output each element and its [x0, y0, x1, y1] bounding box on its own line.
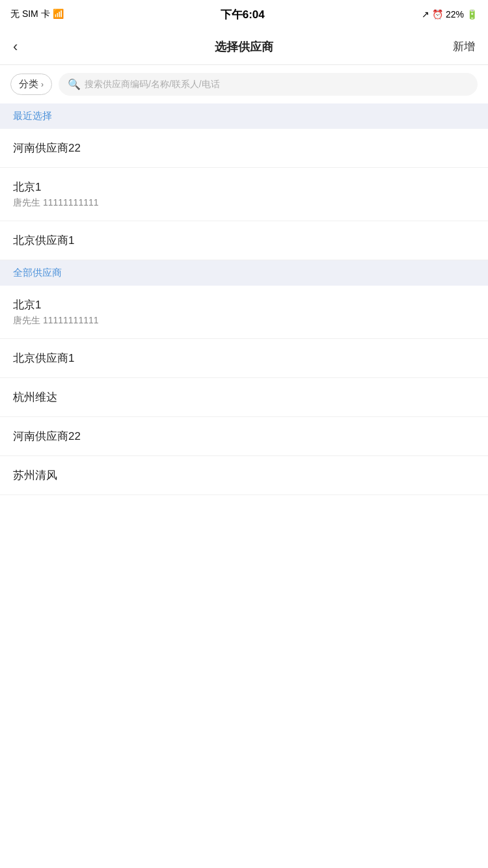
page-title: 选择供应商	[215, 39, 273, 55]
recent-section-label: 最近选择	[13, 110, 52, 121]
chevron-right-icon: ›	[41, 80, 44, 89]
list-item[interactable]: 河南供应商22	[0, 417, 488, 456]
item-name: 北京1	[13, 180, 475, 195]
alarm-icon: ⏰	[432, 9, 443, 20]
list-item[interactable]: 北京1 唐先生 11111111111	[0, 286, 488, 339]
status-bar: 无 SIM 卡 📶 下午6:04 ↗ ⏰ 22% 🔋	[0, 0, 488, 29]
list-item[interactable]: 苏州清风	[0, 456, 488, 495]
status-right: ↗ ⏰ 22% 🔋	[422, 9, 478, 20]
recent-section-header: 最近选择	[0, 103, 488, 129]
item-name: 北京供应商1	[13, 351, 475, 366]
battery-text: 22%	[446, 9, 464, 20]
list-item[interactable]: 北京1 唐先生 11111111111	[0, 168, 488, 221]
search-input[interactable]: 搜索供应商编码/名称/联系人/电话	[85, 79, 468, 90]
item-name: 杭州维达	[13, 390, 475, 405]
item-sub: 唐先生 11111111111	[13, 197, 475, 209]
list-item[interactable]: 北京供应商1	[0, 221, 488, 260]
nav-bar: ‹ 选择供应商 新增	[0, 29, 488, 65]
list-item[interactable]: 杭州维达	[0, 378, 488, 417]
new-button[interactable]: 新增	[442, 39, 475, 54]
battery-icon: 🔋	[467, 9, 478, 20]
all-section-label: 全部供应商	[13, 267, 62, 278]
list-item[interactable]: 河南供应商22	[0, 129, 488, 168]
filter-bar: 分类 › 🔍 搜索供应商编码/名称/联系人/电话	[0, 65, 488, 103]
list-item[interactable]: 北京供应商1	[0, 339, 488, 378]
recent-items-list: 河南供应商22 北京1 唐先生 11111111111 北京供应商1	[0, 129, 488, 260]
search-icon: 🔍	[68, 78, 81, 90]
status-left: 无 SIM 卡 📶	[10, 8, 64, 20]
item-name: 河南供应商22	[13, 141, 475, 156]
item-name: 苏州清风	[13, 468, 475, 483]
category-filter-button[interactable]: 分类 ›	[10, 74, 52, 95]
item-sub: 唐先生 11111111111	[13, 315, 475, 327]
status-time: 下午6:04	[221, 7, 265, 22]
back-button[interactable]: ‹	[13, 38, 46, 55]
item-name: 北京供应商1	[13, 233, 475, 248]
all-section-header: 全部供应商	[0, 260, 488, 286]
location-icon: ↗	[422, 9, 429, 20]
item-name: 北京1	[13, 297, 475, 312]
item-name: 河南供应商22	[13, 429, 475, 444]
search-box[interactable]: 🔍 搜索供应商编码/名称/联系人/电话	[59, 73, 478, 96]
category-label: 分类	[19, 78, 38, 90]
all-items-list: 北京1 唐先生 11111111111 北京供应商1 杭州维达 河南供应商22 …	[0, 286, 488, 495]
